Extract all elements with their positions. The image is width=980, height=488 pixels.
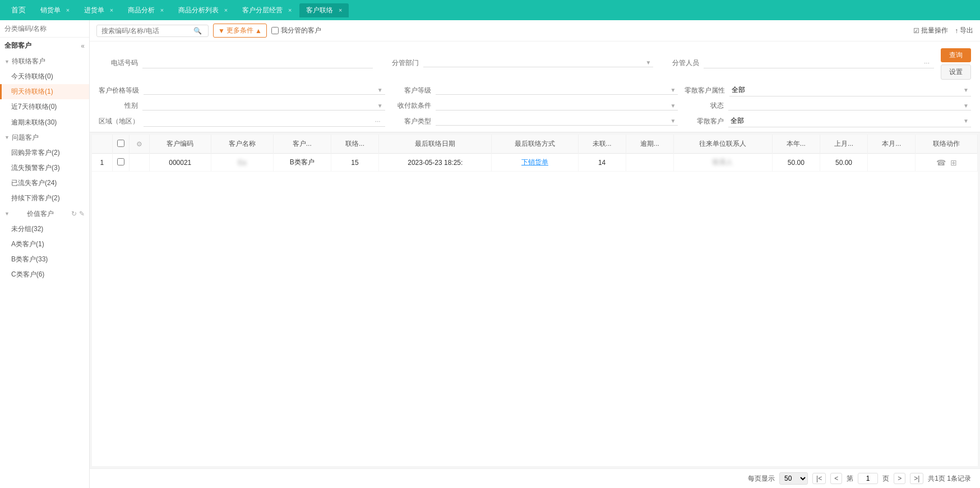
filter-cust-type-select[interactable]: ▼ bbox=[436, 117, 678, 126]
nav-home[interactable]: 首页 bbox=[4, 3, 33, 17]
cell-this-month bbox=[868, 154, 916, 172]
filter-gender-chevron: ▼ bbox=[377, 103, 383, 109]
sidebar-search-area: 🔍 bbox=[0, 20, 89, 38]
main-search-icon[interactable]: 🔍 bbox=[193, 27, 202, 35]
sidebar-item-tomorrow-contact[interactable]: 明天待联络(1) bbox=[0, 84, 89, 99]
table-header-row: ⚙ 客户编码 客户名称 客户... 联络... 最后联络日期 最后联络方式 未联… bbox=[92, 135, 978, 154]
filter-retail-attr-label: 零散客户属性 bbox=[685, 86, 725, 95]
sidebar-item-7days-contact[interactable]: 近7天待联络(0) bbox=[0, 99, 89, 114]
filter-payment-select[interactable]: ▼ bbox=[436, 102, 678, 111]
query-button[interactable]: 查询 bbox=[941, 48, 971, 62]
sidebar-item-churn-warning[interactable]: 流失预警客户(3) bbox=[0, 160, 89, 176]
per-page-select[interactable]: 50 100 200 bbox=[779, 472, 808, 485]
prev-page-button[interactable]: < bbox=[830, 473, 842, 484]
col-header-type: 客户... bbox=[273, 135, 331, 154]
sidebar-item-repurchase-abnormal[interactable]: 回购异常客户(2) bbox=[0, 145, 89, 160]
filter-manager-label: 分管人员 bbox=[660, 58, 699, 68]
filter-price-level-field: 客户价格等级 ▼ bbox=[99, 86, 385, 95]
sidebar-item-class-a[interactable]: A类客户(1) bbox=[0, 237, 89, 252]
value-group-refresh-icon[interactable]: ↻ bbox=[71, 210, 77, 218]
col-header-last-month: 上月... bbox=[820, 135, 867, 154]
col-header-this-month: 本月... bbox=[868, 135, 916, 154]
col-settings-icon[interactable]: ⚙ bbox=[136, 140, 142, 148]
filter-gender-select[interactable]: ▼ bbox=[142, 102, 385, 111]
filter-cust-type-chevron: ▼ bbox=[670, 118, 676, 124]
filter-retail-cust-select[interactable]: 全部 ▼ bbox=[728, 115, 971, 127]
sidebar-item-class-c[interactable]: C类客户(6) bbox=[0, 267, 89, 282]
nav-customer-tier[interactable]: 客户分层经营 × bbox=[235, 3, 298, 17]
page-unit: 页 bbox=[882, 474, 889, 484]
filter-payment-label: 收付款条件 bbox=[392, 101, 431, 111]
nav-contact-close[interactable]: × bbox=[339, 7, 342, 13]
sidebar-item-declining[interactable]: 持续下滑客户(2) bbox=[0, 191, 89, 206]
col-header-code: 客户编码 bbox=[149, 135, 211, 154]
filter-manager-ellipsis[interactable]: ··· bbox=[922, 59, 932, 67]
page-number-input[interactable] bbox=[858, 473, 878, 484]
nav-sales-order[interactable]: 销货单 × bbox=[34, 3, 76, 17]
total-records-label: 共1页 1条记录 bbox=[928, 474, 971, 484]
filter-price-chevron: ▼ bbox=[377, 87, 383, 93]
filter-actions: 查询 设置 bbox=[941, 48, 971, 80]
sidebar-search-input[interactable] bbox=[4, 25, 89, 33]
cell-last-month: 50.00 bbox=[820, 154, 867, 172]
nav-purchase-order[interactable]: 进货单 × bbox=[77, 3, 120, 17]
more-filter-button[interactable]: ▼ 更多条件 ▲ bbox=[213, 24, 267, 38]
nav-customer-contact[interactable]: 客户联络 × bbox=[299, 3, 349, 17]
filter-area-select[interactable]: ··· bbox=[144, 116, 385, 127]
cell-settings bbox=[129, 154, 149, 172]
sidebar-all-customers[interactable]: 全部客户 « bbox=[0, 38, 89, 54]
filter-area-ellipsis[interactable]: ··· bbox=[373, 117, 383, 125]
filter-phone-input[interactable] bbox=[142, 58, 373, 68]
filter-manager-select[interactable]: ··· bbox=[704, 58, 934, 68]
filter-retail-attr-select[interactable]: 全部 ▼ bbox=[729, 84, 971, 96]
sidebar-item-churned[interactable]: 已流失客户(24) bbox=[0, 176, 89, 191]
batch-op-button[interactable]: ☑ 批量操作 bbox=[913, 26, 948, 35]
nav-tier-close[interactable]: × bbox=[288, 7, 292, 13]
select-all-checkbox[interactable] bbox=[117, 140, 124, 147]
last-contact-method-link[interactable]: 下销货单 bbox=[521, 158, 548, 166]
col-header-action: 联络动作 bbox=[916, 135, 978, 154]
sidebar-value-group[interactable]: 价值客户 ↻ ✎ bbox=[0, 206, 89, 222]
filter-chevron-icon: ▲ bbox=[255, 27, 262, 35]
action-more-icon[interactable]: ⊞ bbox=[950, 158, 957, 167]
cell-action: ☎ ⊞ bbox=[916, 154, 978, 172]
settings-button[interactable]: 设置 bbox=[941, 65, 971, 80]
my-customers-checkbox-label[interactable]: 我分管的客户 bbox=[271, 26, 321, 35]
nav-purchase-close[interactable]: × bbox=[110, 7, 113, 13]
batch-op-checkbox-icon: ☑ bbox=[913, 27, 919, 35]
filter-area-field: 区域（地区） ··· bbox=[99, 116, 385, 127]
next-page-button[interactable]: > bbox=[894, 473, 905, 484]
value-group-edit-icon[interactable]: ✎ bbox=[79, 210, 85, 218]
main-search-input[interactable] bbox=[101, 27, 191, 35]
filter-status-select[interactable]: ▼ bbox=[728, 102, 971, 111]
col-header-name: 客户名称 bbox=[211, 135, 274, 154]
nav-sales-order-close[interactable]: × bbox=[66, 7, 70, 13]
action-icons-container: ☎ ⊞ bbox=[919, 158, 974, 167]
sidebar-item-class-b[interactable]: B类客户(33) bbox=[0, 252, 89, 267]
sidebar-item-ungrouped[interactable]: 未分组(32) bbox=[0, 222, 89, 237]
page-label: 第 bbox=[847, 474, 853, 484]
sidebar-item-overdue-contact[interactable]: 逾期未联络(30) bbox=[0, 115, 89, 130]
customer-table: ⚙ 客户编码 客户名称 客户... 联络... 最后联络日期 最后联络方式 未联… bbox=[92, 135, 978, 172]
my-customers-checkbox[interactable] bbox=[271, 27, 279, 34]
filter-price-level-select[interactable]: ▼ bbox=[144, 86, 385, 95]
action-contact-icon[interactable]: ☎ bbox=[936, 158, 946, 167]
first-page-button[interactable]: |< bbox=[812, 473, 826, 484]
nav-product-analysis-list[interactable]: 商品分析列表 × bbox=[172, 3, 234, 17]
nav-product-analysis[interactable]: 商品分析 × bbox=[121, 3, 170, 17]
sidebar-collapse-icon[interactable]: « bbox=[81, 42, 85, 50]
nav-product-list-close[interactable]: × bbox=[224, 7, 228, 13]
filter-cust-level-select[interactable]: ▼ bbox=[436, 86, 678, 95]
sidebar-item-today-contact[interactable]: 今天待联络(0) bbox=[0, 69, 89, 84]
export-button[interactable]: ↑ 导出 bbox=[955, 26, 973, 35]
sidebar-problem-group[interactable]: 问题客户 bbox=[0, 130, 89, 145]
nav-product-analysis-close[interactable]: × bbox=[160, 7, 164, 13]
filter-cust-level-chevron: ▼ bbox=[670, 87, 676, 93]
col-header-uncontact: 未联... bbox=[578, 135, 626, 154]
col-header-partner-contact: 往来单位联系人 bbox=[673, 135, 772, 154]
filter-dept-select[interactable]: ▼ bbox=[423, 58, 654, 67]
row-checkbox[interactable] bbox=[117, 158, 124, 165]
sidebar-pending-group[interactable]: 待联络客户 bbox=[0, 54, 89, 69]
filter-status-chevron: ▼ bbox=[963, 103, 969, 109]
last-page-button[interactable]: >| bbox=[910, 473, 923, 484]
